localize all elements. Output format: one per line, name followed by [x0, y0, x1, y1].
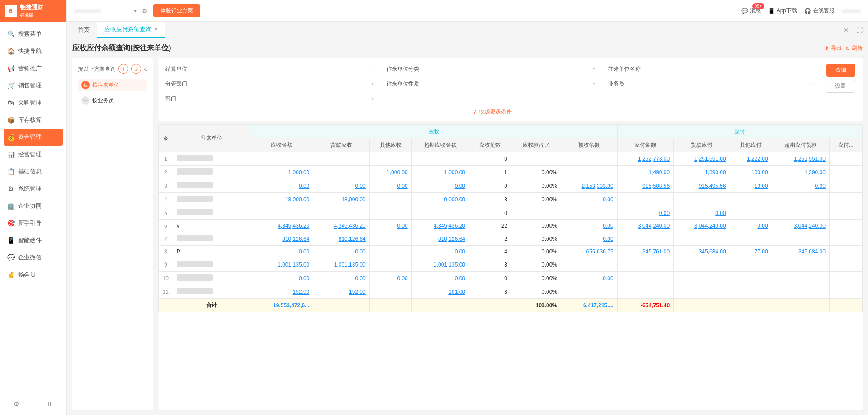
- table-cell[interactable]: 0.00: [369, 179, 411, 193]
- table-cell[interactable]: 152.00: [313, 285, 370, 299]
- table-cell[interactable]: 1,000.00: [250, 166, 313, 179]
- sidebar-item-wechat[interactable]: 💬 企业微信: [0, 249, 66, 266]
- settings-button[interactable]: 设置: [826, 80, 855, 93]
- table-cell[interactable]: 18,000.00: [250, 193, 313, 206]
- footer-ar-amount[interactable]: 19,553,472,6...: [250, 299, 313, 312]
- table-cell[interactable]: 1,252,773.00: [617, 152, 674, 166]
- table-cell[interactable]: 0.00: [250, 246, 313, 258]
- table-cell[interactable]: 3,044,240.00: [674, 220, 730, 232]
- tab-close-icon[interactable]: ✕: [154, 27, 158, 32]
- filter-collapse-button[interactable]: ∧ 收起更多条件: [165, 108, 820, 115]
- table-cell[interactable]: 810,126.64: [313, 232, 370, 246]
- field-unit-category-input[interactable]: ▾: [423, 64, 599, 74]
- filter-scheme-by-staff[interactable]: 业 按业务员: [78, 95, 147, 106]
- table-cell[interactable]: 0.00: [411, 272, 469, 285]
- field-unit-name-input[interactable]: [644, 67, 820, 71]
- filter-collapse-icon[interactable]: «: [144, 65, 147, 72]
- sidebar-item-operations[interactable]: 📊 经营管理: [0, 146, 66, 163]
- table-cell[interactable]: 0.00: [250, 272, 313, 285]
- table-cell[interactable]: 0.00: [561, 193, 618, 206]
- table-cell[interactable]: 1,390.00: [674, 166, 730, 179]
- table-cell[interactable]: 810,126.64: [411, 232, 469, 246]
- table-cell[interactable]: 1,001,135.00: [250, 258, 313, 272]
- messages-button[interactable]: 💬 消息 99+: [741, 7, 761, 14]
- table-cell[interactable]: 2,153,333.00: [561, 179, 618, 193]
- refresh-button[interactable]: ↻ 刷新: [845, 44, 863, 52]
- footer-ar-prepaid[interactable]: 6,417,215....: [561, 299, 618, 312]
- sidebar-item-baseinfo[interactable]: 📋 基础信息: [0, 163, 66, 180]
- table-cell[interactable]: 9,000.00: [411, 193, 469, 206]
- sidebar-collapse-btn[interactable]: ⏸: [43, 397, 57, 411]
- user-info[interactable]: xxxxxxx: [842, 8, 861, 14]
- table-cell[interactable]: 0.00: [411, 246, 469, 258]
- table-cell[interactable]: 3,044,240.00: [617, 220, 674, 232]
- filter-add-button[interactable]: +: [118, 64, 128, 74]
- sidebar-item-guide[interactable]: 🎯 新手引导: [0, 215, 66, 232]
- export-button[interactable]: ⬆ 导出: [825, 44, 842, 52]
- table-cell[interactable]: 1,001,135.00: [313, 258, 370, 272]
- col-settings[interactable]: ⚙: [158, 125, 173, 152]
- table-cell[interactable]: 1,490.00: [617, 166, 674, 179]
- table-cell[interactable]: 0.00: [369, 272, 411, 285]
- sidebar-item-purchase[interactable]: 🛍 采购管理: [0, 94, 66, 111]
- tab-close-button[interactable]: ✕: [842, 24, 851, 35]
- sidebar-item-member[interactable]: ✌ 畅会员: [0, 266, 66, 283]
- app-download-button[interactable]: 📱 App下载: [768, 7, 797, 14]
- table-cell[interactable]: 1,222.00: [730, 152, 772, 166]
- tab-ar-ap[interactable]: 应收应付余额查询 ✕: [97, 22, 165, 38]
- table-cell[interactable]: 1,251,551.00: [674, 152, 730, 166]
- table-cell[interactable]: 0.00: [250, 179, 313, 193]
- filter-settings-icon[interactable]: ⊙: [131, 64, 141, 74]
- sidebar-item-enterprise[interactable]: 🏢 企业协同: [0, 197, 66, 215]
- header-chevron-icon[interactable]: ▾: [134, 8, 137, 14]
- solution-button[interactable]: 体验行业方案: [153, 4, 200, 17]
- table-wrapper[interactable]: ⚙ 往来单位 应收 应付 应收金额 货款应收 其他应收 超期应收金额: [158, 124, 863, 410]
- table-cell[interactable]: 0.00: [561, 232, 618, 246]
- table-cell[interactable]: 1,390.00: [772, 166, 829, 179]
- sidebar-item-marketing[interactable]: 📢 营销推广: [0, 60, 66, 77]
- field-staff-input[interactable]: ···: [643, 79, 820, 89]
- field-unit-nature-input[interactable]: ▾: [423, 79, 599, 89]
- sidebar-item-system[interactable]: ⚙ 系统管理: [0, 180, 66, 197]
- table-cell[interactable]: 101.00: [411, 285, 469, 299]
- table-cell[interactable]: 77.00: [730, 246, 772, 258]
- table-cell[interactable]: 4,345,436.20: [411, 220, 469, 232]
- table-cell[interactable]: 655,636.75: [561, 246, 618, 258]
- table-cell[interactable]: 345,761.00: [617, 246, 674, 258]
- table-cell[interactable]: 0.00: [772, 179, 829, 193]
- table-cell[interactable]: 4,345,436.20: [313, 220, 370, 232]
- sidebar-item-quicknav[interactable]: 🏠 快捷导航: [0, 43, 66, 60]
- table-cell[interactable]: 0.00: [730, 220, 772, 232]
- tab-expand-button[interactable]: ⛶: [854, 24, 864, 35]
- table-cell[interactable]: 1,001,135.00: [411, 258, 469, 272]
- sidebar-item-search[interactable]: 🔍 搜索菜单: [0, 25, 66, 43]
- table-cell[interactable]: 0.00: [411, 179, 469, 193]
- sidebar-item-sales[interactable]: 🛒 销售管理: [0, 77, 66, 94]
- table-cell[interactable]: 0.00: [313, 272, 370, 285]
- table-cell[interactable]: 0.00: [561, 220, 618, 232]
- table-cell[interactable]: 152.00: [250, 285, 313, 299]
- table-cell[interactable]: 18,000.00: [313, 193, 370, 206]
- header-gear-icon[interactable]: ⚙: [142, 7, 148, 14]
- sidebar-item-finance[interactable]: 💰 资金管理: [4, 129, 63, 146]
- table-cell[interactable]: 915,495.56: [674, 179, 730, 193]
- sidebar-item-inventory[interactable]: 📦 库存核算: [0, 111, 66, 129]
- table-cell[interactable]: 0.00: [313, 246, 370, 258]
- field-settlement-input[interactable]: ···: [201, 64, 377, 74]
- table-cell[interactable]: 0.00: [674, 206, 730, 220]
- customer-service-button[interactable]: 🎧 在线客服: [804, 7, 835, 14]
- sidebar-settings-btn[interactable]: ⚙: [10, 397, 23, 411]
- table-cell[interactable]: 13.00: [730, 179, 772, 193]
- field-dept-head-input[interactable]: ▾: [201, 79, 377, 89]
- table-cell[interactable]: 345,684.00: [772, 246, 829, 258]
- table-cell[interactable]: 0.00: [369, 220, 411, 232]
- table-cell[interactable]: 810,126.64: [250, 232, 313, 246]
- table-cell[interactable]: 100.00: [730, 166, 772, 179]
- table-cell[interactable]: 3,044,240.00: [772, 220, 829, 232]
- table-cell[interactable]: 1,251,551.00: [772, 152, 829, 166]
- filter-scheme-by-unit[interactable]: 往 按往来单位: [78, 79, 147, 91]
- tab-home[interactable]: 首页: [71, 22, 97, 38]
- sidebar-item-hardware[interactable]: 📱 智能硬件: [0, 232, 66, 249]
- table-cell[interactable]: 1,000.00: [369, 166, 411, 179]
- table-cell[interactable]: 4,345,436.20: [250, 220, 313, 232]
